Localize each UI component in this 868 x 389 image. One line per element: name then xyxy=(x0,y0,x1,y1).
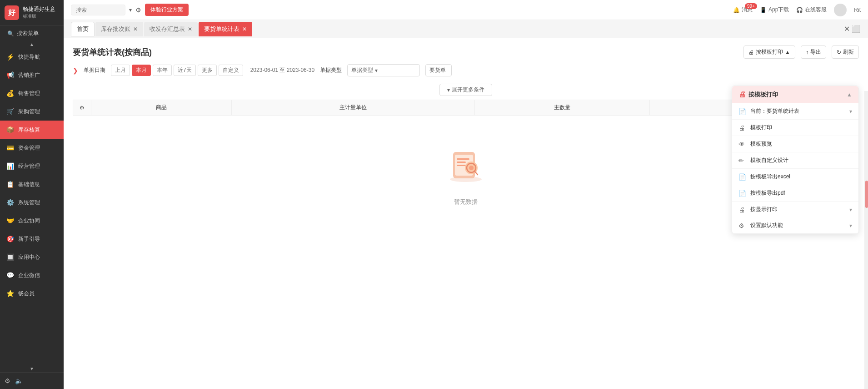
expand-more-icon: ▾ xyxy=(447,87,450,93)
expand-more-button[interactable]: ▾ 展开更多条件 xyxy=(439,84,492,96)
tab-order-stats-close[interactable]: ✕ xyxy=(242,26,247,32)
tab-collection-summary[interactable]: 收发存汇总表 ✕ xyxy=(144,22,198,36)
phone-icon: 📱 xyxy=(760,7,767,13)
sales-icon: 💰 xyxy=(5,89,15,98)
tab-batch-accounts[interactable]: 库存批次账 ✕ xyxy=(95,22,143,36)
type-select[interactable]: 单据类型 ▾ xyxy=(347,64,420,76)
window-close-btn[interactable]: ✕ xyxy=(844,25,850,33)
sidebar-item-purchase[interactable]: 🛒 采购管理 xyxy=(0,102,64,121)
system-icon: ⚙️ xyxy=(5,198,15,207)
printer-header-icon: 🖨 xyxy=(738,91,746,99)
filter-collapse-arrow[interactable]: ❯ xyxy=(73,67,78,74)
app-download-button[interactable]: 📱 App下载 xyxy=(760,6,789,14)
export-pdf-icon: 📄 xyxy=(738,190,747,197)
dropdown-item-template-custom[interactable]: ✏ 模板自定义设计 xyxy=(732,152,858,169)
sidebar-item-label: 经营管理 xyxy=(18,162,40,170)
settings-icon: ⚙ xyxy=(80,105,85,111)
printer-icon: 🖨 xyxy=(748,49,754,56)
sidebar-scroll-down-btn[interactable]: ▼ xyxy=(0,365,64,372)
avatar[interactable] xyxy=(834,4,847,16)
filter-area: ❯ 单据日期 上月 本月 本年 近7天 更多 自定义 2023-06-01 至 … xyxy=(64,59,868,82)
tab-collection-summary-close[interactable]: ✕ xyxy=(188,26,192,32)
username-label: Rit xyxy=(854,7,861,13)
template-print-button[interactable]: 🖨 按模板打印 ▲ xyxy=(743,45,795,59)
tab-batch-accounts-close[interactable]: ✕ xyxy=(133,26,138,32)
date-btn-this-year[interactable]: 本年 xyxy=(153,65,172,76)
template-preview-item-label: 模板预览 xyxy=(750,140,772,148)
export-label: 导出 xyxy=(810,48,821,56)
topbar-dropdown-arrow[interactable]: ▾ xyxy=(129,7,132,13)
sidebar-scroll-up-btn[interactable]: ▲ xyxy=(0,41,64,48)
topbar-gear-icon[interactable]: ⚙ xyxy=(135,6,141,14)
sidebar-item-marketing[interactable]: 📢 营销推广 xyxy=(0,66,64,84)
dropdown-item-display-print[interactable]: 🖨 按显示打印 ▾ xyxy=(732,202,858,217)
date-btn-last-month[interactable]: 上月 xyxy=(111,65,130,76)
tab-collection-summary-label: 收发存汇总表 xyxy=(150,25,185,33)
dropdown-current-label: 当前：要货单统计表 xyxy=(750,107,799,115)
date-btn-more[interactable]: 更多 xyxy=(198,65,217,76)
right-scrollbar[interactable] xyxy=(864,91,868,389)
dropdown-expand-icon[interactable]: ▲ xyxy=(847,91,852,98)
tab-order-stats-label: 要货单统计表 xyxy=(204,25,239,33)
service-button[interactable]: 🎧 在线客服 xyxy=(796,6,827,14)
sidebar-item-label: 应用中心 xyxy=(18,253,40,261)
current-template-icon: 📄 xyxy=(738,108,747,115)
messages-button[interactable]: 🔔 消息 99+ xyxy=(733,6,753,14)
sidebar-item-quick-nav[interactable]: ⚡ 快捷导航 xyxy=(0,48,64,66)
refresh-button[interactable]: ↻ 刷新 xyxy=(832,45,859,59)
sidebar-settings-icon[interactable]: ⚙ xyxy=(5,377,10,384)
content-area: 要货单统计表(按商品) 🖨 按模板打印 ▲ ↑ 导出 ↻ 刷新 xyxy=(64,38,868,389)
sidebar-item-sales[interactable]: 💰 销售管理 xyxy=(0,84,64,102)
chevron-up-icon: ▲ xyxy=(785,49,790,56)
col-quantity: 主数量 xyxy=(475,100,649,116)
export-pdf-item-label: 按模板导出pdf xyxy=(750,189,785,197)
tab-home[interactable]: 首页 xyxy=(71,22,95,36)
date-btn-this-month[interactable]: 本月 xyxy=(132,65,151,76)
date-btn-7days[interactable]: 近7天 xyxy=(174,65,196,76)
sidebar-item-operations[interactable]: 📊 经营管理 xyxy=(0,157,64,175)
dropdown-item-template-print[interactable]: 🖨 模板打印 xyxy=(732,120,858,136)
default-setting-item-label: 设置默认功能 xyxy=(750,222,783,229)
guide-icon: 🎯 xyxy=(5,234,15,243)
export-excel-item-label: 按模板导出excel xyxy=(750,173,790,181)
dropdown-current[interactable]: 📄 当前：要货单统计表 ▾ xyxy=(732,103,858,120)
col-checkbox[interactable]: ⚙ xyxy=(73,100,91,116)
sidebar-item-apps[interactable]: 🔲 应用中心 xyxy=(0,248,64,266)
sidebar-item-system[interactable]: ⚙️ 系统管理 xyxy=(0,193,64,212)
topbar-search-input[interactable] xyxy=(71,5,125,15)
sidebar-item-finance[interactable]: 💳 资金管理 xyxy=(0,139,64,157)
topbar: ▾ ⚙ 体验行业方案 🔔 消息 99+ 📱 App下载 🎧 在线客服 Rit xyxy=(64,0,868,20)
template-custom-item-label: 模板自定义设计 xyxy=(750,157,788,164)
expand-more-label: 展开更多条件 xyxy=(452,86,484,94)
template-custom-icon: ✏ xyxy=(738,157,747,164)
sidebar-item-collab[interactable]: 🤝 企业协同 xyxy=(0,212,64,230)
sidebar-item-guide[interactable]: 🎯 新手引导 xyxy=(0,230,64,248)
sidebar-sound-icon[interactable]: 🔈 xyxy=(15,377,23,384)
sidebar-item-label: 快捷导航 xyxy=(18,53,40,61)
date-btn-custom[interactable]: 自定义 xyxy=(219,65,243,76)
inventory-icon: 📦 xyxy=(5,125,15,134)
sidebar-item-base[interactable]: 📋 基础信息 xyxy=(0,175,64,193)
sidebar-item-member[interactable]: ⭐ 畅会员 xyxy=(0,284,64,303)
headset-icon: 🎧 xyxy=(796,7,803,13)
dropdown-item-template-preview[interactable]: 👁 模板预览 xyxy=(732,136,858,152)
dropdown-item-default-setting[interactable]: ⚙ 设置默认功能 ▾ xyxy=(732,217,858,233)
sidebar-nav: ⚡ 快捷导航 📢 营销推广 💰 销售管理 🛒 采购管理 📦 库存核算 💳 资金管… xyxy=(0,48,64,365)
type-filter-label: 单据类型 xyxy=(320,66,342,74)
trial-button[interactable]: 体验行业方案 xyxy=(145,4,189,16)
goods-label: 要货单 xyxy=(429,66,446,74)
dropdown-item-export-pdf[interactable]: 📄 按模板导出pdf xyxy=(732,185,858,202)
app-download-label: App下载 xyxy=(768,6,789,14)
logo-subtitle: 标准版 xyxy=(23,13,55,20)
scrollbar-thumb xyxy=(865,181,868,208)
dropdown-item-export-excel[interactable]: 📄 按模板导出excel xyxy=(732,169,858,185)
sidebar-item-wechat[interactable]: 💬 企业微信 xyxy=(0,266,64,284)
sidebar-item-inventory[interactable]: 📦 库存核算 xyxy=(0,121,64,139)
tab-order-stats[interactable]: 要货单统计表 ✕ xyxy=(199,22,252,36)
display-print-chevron-icon: ▾ xyxy=(849,207,852,213)
goods-select[interactable]: 要货单 xyxy=(425,64,452,76)
sidebar-search-label: 搜索菜单 xyxy=(17,30,39,37)
export-button[interactable]: ↑ 导出 xyxy=(801,45,826,59)
window-expand-btn[interactable]: ⬜ xyxy=(852,25,861,33)
sidebar-search[interactable]: 🔍 搜索菜单 xyxy=(0,26,64,41)
